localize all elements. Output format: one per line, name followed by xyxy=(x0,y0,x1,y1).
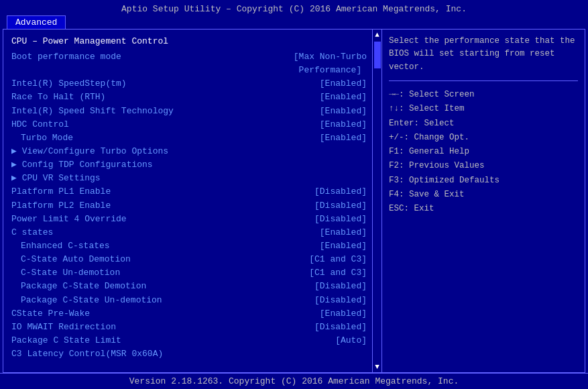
menu-item-label-11: Power Limit 4 Override xyxy=(11,213,127,226)
menu-item-label-10: Platform PL2 Enable xyxy=(11,199,111,213)
menu-item-label-7: Config TDP Configurations xyxy=(11,158,153,172)
menu-item-4[interactable]: HDC Control[Enabled] xyxy=(10,118,368,131)
menu-item-value-13: [Enabled] xyxy=(320,239,367,253)
menu-item-20[interactable]: Package C State Limit[Auto] xyxy=(10,334,368,347)
menu-area: CPU – Power Management Control Boot perf… xyxy=(3,34,381,364)
menu-item-label-21: C3 Latency Control(MSR 0x60A) xyxy=(11,347,163,361)
header-title: Aptio Setup Utility – Copyright (C) 2016… xyxy=(0,0,588,15)
menu-item-2[interactable]: Race To Halt (RTH)[Enabled] xyxy=(10,91,368,104)
menu-item-18[interactable]: CState Pre-Wake[Enabled] xyxy=(10,307,368,321)
key-hint: F4: Save & Exit xyxy=(389,188,578,202)
key-hint: ↑↓: Select Item xyxy=(389,102,578,116)
key-hint: F1: General Help xyxy=(389,145,578,159)
key-hint: F2: Previous Values xyxy=(389,159,578,173)
menu-item-label-4: HDC Control xyxy=(11,118,69,131)
menu-item-value-9: [Disabled] xyxy=(314,185,367,199)
menu-list: Boot performance mode[Max Non-Turbo Perf… xyxy=(10,50,368,361)
menu-item-label-12: C states xyxy=(11,226,53,239)
footer: Version 2.18.1263. Copyright (C) 2016 Am… xyxy=(0,373,588,389)
menu-item-9[interactable]: Platform PL1 Enable[Disabled] xyxy=(10,185,368,199)
menu-item-value-0: [Max Non-Turbo Performance] xyxy=(294,50,367,77)
menu-item-17[interactable]: Package C-State Un-demotion[Disabled] xyxy=(10,294,368,307)
menu-item-11[interactable]: Power Limit 4 Override[Disabled] xyxy=(10,213,368,226)
left-panel: CPU – Power Management Control Boot perf… xyxy=(3,30,382,372)
scrollbar[interactable]: ▲ ▼ xyxy=(372,30,381,372)
key-hint: →←: Select Screen xyxy=(389,88,578,102)
tab-bar: Advanced xyxy=(0,15,588,29)
menu-item-3[interactable]: Intel(R) Speed Shift Technology[Enabled] xyxy=(10,105,368,118)
menu-item-0[interactable]: Boot performance mode[Max Non-Turbo Perf… xyxy=(10,50,368,77)
menu-item-label-1: Intel(R) SpeedStep(tm) xyxy=(11,77,127,91)
scroll-up-arrow[interactable]: ▲ xyxy=(373,30,381,40)
menu-item-value-14: [C1 and C3] xyxy=(309,253,367,266)
scroll-down-arrow[interactable]: ▼ xyxy=(373,362,381,372)
tab-advanced[interactable]: Advanced xyxy=(7,15,66,29)
menu-item-8[interactable]: CPU VR Settings xyxy=(10,172,368,185)
menu-item-value-17: [Disabled] xyxy=(314,294,367,307)
menu-item-1[interactable]: Intel(R) SpeedStep(tm)[Enabled] xyxy=(10,77,368,91)
header-title-text: Aptio Setup Utility – Copyright (C) 2016… xyxy=(121,4,467,14)
main-content: CPU – Power Management Control Boot perf… xyxy=(3,29,585,373)
menu-item-label-20: Package C State Limit xyxy=(11,334,121,347)
menu-item-label-15: C-State Un-demotion xyxy=(11,266,120,280)
scrollbar-thumb[interactable] xyxy=(374,42,381,68)
menu-item-label-13: Enhanced C-states xyxy=(11,239,110,253)
menu-item-label-9: Platform PL1 Enable xyxy=(11,185,111,199)
key-hint: F3: Optimized Defaults xyxy=(389,174,578,188)
menu-item-value-5: [Enabled] xyxy=(320,131,367,145)
help-text: Select the performance state that the BI… xyxy=(389,35,578,74)
menu-item-value-15: [C1 and C3] xyxy=(309,266,367,280)
footer-text: Version 2.18.1263. Copyright (C) 2016 Am… xyxy=(129,376,459,386)
menu-item-16[interactable]: Package C-State Demotion[Disabled] xyxy=(10,280,368,293)
menu-item-value-18: [Enabled] xyxy=(320,307,367,321)
menu-item-6[interactable]: View/Configure Turbo Options xyxy=(10,145,368,158)
menu-item-label-2: Race To Halt (RTH) xyxy=(11,91,105,104)
menu-item-value-19: [Disabled] xyxy=(314,321,367,334)
menu-item-value-3: [Enabled] xyxy=(320,105,367,118)
menu-item-label-16: Package C-State Demotion xyxy=(11,280,146,293)
key-hint: ESC: Exit xyxy=(389,202,578,216)
menu-item-label-8: CPU VR Settings xyxy=(11,172,101,185)
menu-item-7[interactable]: Config TDP Configurations xyxy=(10,158,368,172)
menu-item-value-10: [Disabled] xyxy=(314,199,367,213)
menu-item-15[interactable]: C-State Un-demotion[C1 and C3] xyxy=(10,266,368,280)
menu-item-19[interactable]: IO MWAIT Redirection[Disabled] xyxy=(10,321,368,334)
menu-item-14[interactable]: C-State Auto Demotion[C1 and C3] xyxy=(10,253,368,266)
menu-item-label-17: Package C-State Un-demotion xyxy=(11,294,162,307)
key-hint: +/-: Change Opt. xyxy=(389,131,578,145)
menu-item-value-1: [Enabled] xyxy=(320,77,367,91)
menu-item-value-16: [Disabled] xyxy=(314,280,367,293)
menu-item-21: C3 Latency Control(MSR 0x60A) xyxy=(10,347,368,361)
menu-item-value-12: [Enabled] xyxy=(320,226,367,239)
menu-item-label-18: CState Pre-Wake xyxy=(11,307,90,321)
menu-item-13[interactable]: Enhanced C-states[Enabled] xyxy=(10,239,368,253)
key-hints: →←: Select Screen↑↓: Select ItemEnter: S… xyxy=(389,88,578,216)
menu-item-label-5: Turbo Mode xyxy=(11,131,73,145)
menu-item-value-2: [Enabled] xyxy=(320,91,367,104)
menu-item-value-20: [Auto] xyxy=(335,334,367,347)
menu-item-label-14: C-State Auto Demotion xyxy=(11,253,131,266)
section-title: CPU – Power Management Control xyxy=(10,36,368,46)
right-panel: Select the performance state that the BI… xyxy=(382,30,585,372)
menu-item-12[interactable]: C states[Enabled] xyxy=(10,226,368,239)
menu-item-label-6: View/Configure Turbo Options xyxy=(11,145,168,158)
menu-item-5[interactable]: Turbo Mode[Enabled] xyxy=(10,131,368,145)
menu-item-value-11: [Disabled] xyxy=(314,213,367,226)
menu-item-value-4: [Enabled] xyxy=(320,118,367,131)
menu-item-label-0: Boot performance mode xyxy=(11,50,121,77)
right-divider xyxy=(389,80,578,81)
key-hint: Enter: Select xyxy=(389,117,578,131)
menu-item-label-19: IO MWAIT Redirection xyxy=(11,321,116,334)
menu-item-label-3: Intel(R) Speed Shift Technology xyxy=(11,105,174,118)
menu-item-10[interactable]: Platform PL2 Enable[Disabled] xyxy=(10,199,368,213)
